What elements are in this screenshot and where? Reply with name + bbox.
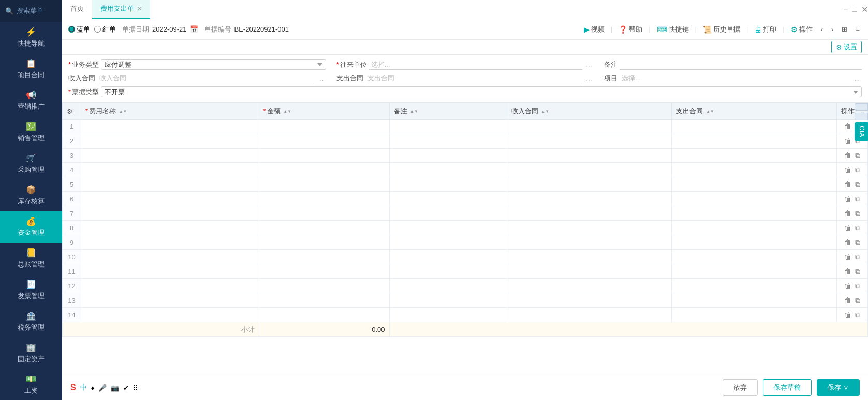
copy-row-9-icon[interactable]: ⧉	[855, 238, 860, 246]
tab-home[interactable]: 首页	[62, 0, 92, 19]
cell-remark-10[interactable]	[389, 250, 507, 264]
copy-row-4-icon[interactable]: ⧉	[855, 166, 860, 174]
sidebar-item-capital[interactable]: 💰 资金管理	[0, 211, 62, 243]
cell-amount-10[interactable]	[259, 250, 389, 264]
delete-row-4-icon[interactable]: 🗑	[844, 166, 851, 174]
cell-expense-1[interactable]	[672, 120, 837, 134]
delete-row-14-icon[interactable]: 🗑	[844, 310, 851, 319]
copy-row-7-icon[interactable]: ⧉	[855, 209, 860, 217]
sidebar-item-purchase[interactable]: 🛒 采购管理	[0, 148, 62, 180]
cell-income-13[interactable]	[507, 293, 672, 308]
cell-remark-7[interactable]	[389, 206, 507, 221]
cell-name-7[interactable]	[81, 206, 259, 221]
sidebar-search[interactable]: 🔍 搜索菜单	[0, 0, 62, 22]
cell-income-9[interactable]	[507, 235, 672, 250]
cell-expense-11[interactable]	[672, 264, 837, 279]
window-minimize[interactable]: −	[843, 5, 848, 14]
project-input[interactable]	[620, 73, 850, 83]
print-btn[interactable]: 🖨 打印	[752, 24, 778, 35]
copy-row-5-icon[interactable]: ⧉	[855, 180, 860, 188]
cell-income-5[interactable]	[507, 177, 672, 192]
sidebar-item-tax[interactable]: 🏦 税务管理	[0, 306, 62, 337]
copy-row-13-icon[interactable]: ⧉	[855, 296, 860, 304]
tab-expense-close[interactable]: ✕	[137, 6, 142, 12]
delete-row-10-icon[interactable]: 🗑	[844, 253, 851, 261]
cell-remark-9[interactable]	[389, 235, 507, 250]
copy-row-12-icon[interactable]: ⧉	[855, 282, 860, 290]
delete-row-6-icon[interactable]: 🗑	[844, 195, 851, 203]
cell-income-3[interactable]	[507, 149, 672, 163]
cell-income-8[interactable]	[507, 221, 672, 235]
cell-remark-4[interactable]	[389, 163, 507, 177]
copy-row-14-icon[interactable]: ⧉	[855, 310, 860, 319]
cell-amount-12[interactable]	[259, 279, 389, 293]
float-cia[interactable]: CIA	[855, 122, 868, 141]
sort-expense-icon[interactable]: ▲▼	[706, 110, 714, 114]
cell-expense-10[interactable]	[672, 250, 837, 264]
help-btn[interactable]: ❓ 帮助	[616, 24, 644, 35]
view-grid-btn[interactable]: ⊞	[840, 24, 849, 34]
delete-row-9-icon[interactable]: 🗑	[844, 238, 851, 246]
delete-row-11-icon[interactable]: 🗑	[844, 267, 851, 275]
tab-expense[interactable]: 费用支出单 ✕	[92, 0, 150, 19]
cell-expense-8[interactable]	[672, 221, 837, 235]
cell-amount-5[interactable]	[259, 177, 389, 192]
nav-next-btn[interactable]: ›	[829, 24, 835, 34]
cell-income-4[interactable]	[507, 163, 672, 177]
video-btn[interactable]: ▶ 视频	[582, 24, 607, 35]
sidebar-item-marketing[interactable]: 📢 营销推广	[0, 85, 62, 116]
cell-remark-12[interactable]	[389, 279, 507, 293]
cell-amount-8[interactable]	[259, 221, 389, 235]
save-draft-button[interactable]: 保存草稿	[763, 379, 812, 396]
partner-input[interactable]	[369, 60, 582, 70]
th-gear[interactable]: ⚙	[63, 103, 81, 120]
copy-row-3-icon[interactable]: ⧉	[855, 151, 860, 159]
cell-expense-13[interactable]	[672, 293, 837, 308]
delete-row-7-icon[interactable]: 🗑	[844, 209, 851, 217]
cell-amount-1[interactable]	[259, 120, 389, 134]
sidebar-item-salary[interactable]: 💵 工资	[0, 369, 62, 400]
cell-amount-4[interactable]	[259, 163, 389, 177]
cell-expense-6[interactable]	[672, 192, 837, 206]
sidebar-item-invoice[interactable]: 🧾 发票管理	[0, 274, 62, 306]
operate-btn[interactable]: ⚙ 操作	[789, 24, 815, 35]
cell-income-2[interactable]	[507, 134, 672, 149]
sidebar-item-project-contract[interactable]: 📋 项目合同	[0, 53, 62, 85]
sidebar-item-quick-nav[interactable]: ⚡ 快捷导航	[0, 22, 62, 53]
delete-row-1-icon[interactable]: 🗑	[844, 122, 851, 130]
cell-expense-9[interactable]	[672, 235, 837, 250]
cell-name-13[interactable]	[81, 293, 259, 308]
cell-amount-2[interactable]	[259, 134, 389, 149]
income-contract-dots[interactable]: ...	[316, 75, 326, 82]
window-maximize[interactable]: □	[852, 5, 857, 14]
sort-name-icon[interactable]: ▲▼	[119, 110, 127, 114]
save-button[interactable]: 保存 ∨	[817, 379, 860, 396]
set-button[interactable]: ⚙ 设置	[831, 41, 862, 53]
cell-name-11[interactable]	[81, 264, 259, 279]
cell-amount-14[interactable]	[259, 308, 389, 322]
copy-row-8-icon[interactable]: ⧉	[855, 224, 860, 232]
cell-remark-3[interactable]	[389, 149, 507, 163]
cell-expense-7[interactable]	[672, 206, 837, 221]
cell-remark-5[interactable]	[389, 177, 507, 192]
copy-row-10-icon[interactable]: ⧉	[855, 253, 860, 261]
project-dots[interactable]: ...	[852, 75, 862, 82]
cell-expense-2[interactable]	[672, 134, 837, 149]
cell-remark-1[interactable]	[389, 120, 507, 134]
nav-prev-btn[interactable]: ‹	[819, 24, 825, 34]
sort-income-icon[interactable]: ▲▼	[541, 110, 549, 114]
delete-row-8-icon[interactable]: 🗑	[844, 224, 851, 232]
cell-amount-6[interactable]	[259, 192, 389, 206]
sort-amount-icon[interactable]: ▲▼	[283, 110, 291, 114]
invoice-type-select[interactable]: 不开票	[101, 86, 862, 97]
cell-income-6[interactable]	[507, 192, 672, 206]
delete-row-12-icon[interactable]: 🗑	[844, 282, 851, 290]
partner-dots[interactable]: ...	[584, 61, 594, 68]
remark-input[interactable]	[620, 60, 862, 70]
delete-row-5-icon[interactable]: 🗑	[844, 180, 851, 188]
cell-name-14[interactable]	[81, 308, 259, 322]
view-list-btn[interactable]: ≡	[854, 24, 862, 34]
cell-amount-3[interactable]	[259, 149, 389, 163]
radio-blue[interactable]: 蓝单	[68, 25, 90, 34]
cell-name-1[interactable]	[81, 120, 259, 134]
